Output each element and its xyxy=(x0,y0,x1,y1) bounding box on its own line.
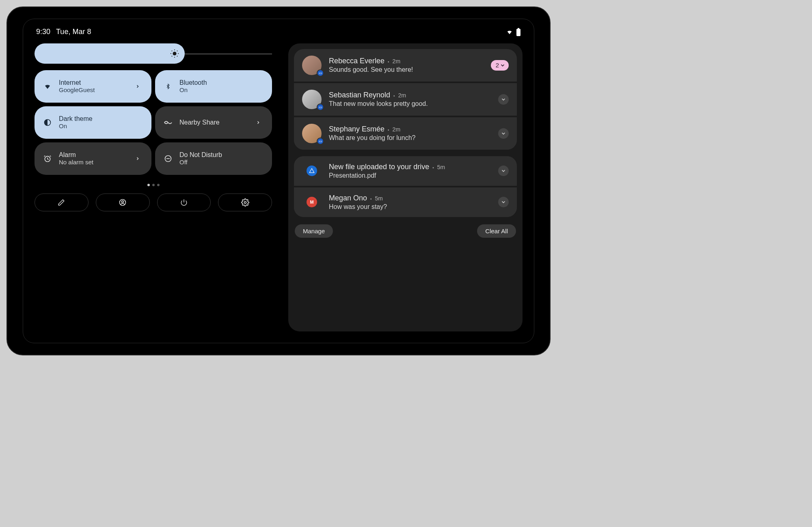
manage-button[interactable]: Manage xyxy=(295,224,333,238)
notification-item[interactable]: M Megan Ono • 5m How was your stay? xyxy=(294,186,517,217)
tile-nearby-share[interactable]: Nearby Share xyxy=(155,106,272,139)
edit-button[interactable] xyxy=(35,194,89,211)
tile-subtitle: On xyxy=(179,86,264,93)
notification-time: 5m xyxy=(375,195,383,202)
tile-title: Internet xyxy=(59,79,129,86)
svg-point-2 xyxy=(173,52,176,55)
svg-line-6 xyxy=(177,56,177,56)
quick-tiles: Internet GoogleGuest Bluetooth xyxy=(35,70,272,175)
svg-line-10 xyxy=(177,50,177,51)
do-not-disturb-icon xyxy=(163,155,173,163)
pager-dot xyxy=(157,184,160,186)
notification-sender: Stephany Esmée xyxy=(329,125,384,133)
notification-message: That new movie looks pretty good. xyxy=(329,100,491,108)
tile-bluetooth[interactable]: Bluetooth On xyxy=(155,70,272,103)
notification-message: Presentation.pdf xyxy=(329,172,491,179)
tile-internet[interactable]: Internet GoogleGuest xyxy=(35,70,151,103)
status-time: 9:30 xyxy=(36,28,50,36)
notification-item[interactable]: ▭ Sebastian Reynold • 2m That new movie … xyxy=(294,82,517,116)
status-date: Tue, Mar 8 xyxy=(56,28,91,36)
nearby-share-icon xyxy=(163,119,173,126)
avatar: ▭ xyxy=(302,90,322,109)
notification-item[interactable]: ▭ Rebecca Everlee • 2m Sounds good. See … xyxy=(294,49,517,82)
notification-group: ▭ Rebecca Everlee • 2m Sounds good. See … xyxy=(294,49,517,150)
tile-title: Nearby Share xyxy=(179,119,249,126)
power-button[interactable] xyxy=(157,194,211,211)
notification-sender: Megan Ono xyxy=(329,194,367,202)
screen: 9:30 Tue, Mar 8 xyxy=(23,19,534,343)
notification-sender: Sebastian Reynold xyxy=(329,91,390,99)
expand-button[interactable] xyxy=(498,128,509,139)
bluetooth-icon xyxy=(163,82,173,91)
avatar: ▭ xyxy=(302,124,322,143)
status-bar: 9:30 Tue, Mar 8 xyxy=(35,25,523,39)
tile-subtitle: GoogleGuest xyxy=(59,86,129,93)
svg-point-16 xyxy=(122,200,124,202)
quick-actions xyxy=(35,194,272,211)
pager-dot xyxy=(152,184,155,186)
notification-title: New file uploaded to your drive xyxy=(329,163,429,171)
notification-item[interactable]: ▭ Stephany Esmée • 2m What are you doing… xyxy=(294,116,517,150)
tile-subtitle: Off xyxy=(179,159,264,166)
notification-item[interactable]: New file uploaded to your drive • 5m Pre… xyxy=(294,156,517,186)
user-button[interactable] xyxy=(96,194,150,211)
clear-all-button[interactable]: Clear All xyxy=(477,224,516,238)
avatar: ▭ xyxy=(302,56,322,75)
quick-settings-panel: Internet GoogleGuest Bluetooth xyxy=(35,43,272,331)
svg-rect-0 xyxy=(516,29,520,36)
gmail-app-icon: M xyxy=(307,197,317,207)
tile-subtitle: No alarm set xyxy=(59,159,129,166)
notification-time: 2m xyxy=(393,58,400,65)
messages-app-icon: ▭ xyxy=(317,69,324,77)
tile-do-not-disturb[interactable]: Do Not Disturb Off xyxy=(155,142,272,175)
brightness-icon xyxy=(170,49,179,58)
tile-title: Do Not Disturb xyxy=(179,151,264,159)
messages-app-icon: ▭ xyxy=(317,138,324,145)
notification-panel: ▭ Rebecca Everlee • 2m Sounds good. See … xyxy=(288,43,523,331)
contrast-icon xyxy=(43,118,52,127)
svg-line-9 xyxy=(172,56,172,56)
notification-message: Sounds good. See you there! xyxy=(329,66,484,73)
notification-group: New file uploaded to your drive • 5m Pre… xyxy=(294,156,517,217)
notification-message: How was your stay? xyxy=(329,203,491,211)
notification-time: 2m xyxy=(398,92,406,99)
alarm-icon xyxy=(43,155,52,163)
tablet-frame: 9:30 Tue, Mar 8 xyxy=(6,6,551,355)
tile-title: Dark theme xyxy=(59,115,143,123)
expand-button[interactable] xyxy=(498,197,509,207)
notification-time: 5m xyxy=(437,164,445,170)
notification-time: 2m xyxy=(393,126,400,133)
chevron-right-icon xyxy=(256,120,264,125)
svg-line-5 xyxy=(172,50,172,51)
tile-title: Bluetooth xyxy=(179,79,264,86)
wifi-icon xyxy=(505,29,514,35)
notification-actions: Manage Clear All xyxy=(294,224,517,239)
tile-dark-theme[interactable]: Dark theme On xyxy=(35,106,151,139)
pager-dots xyxy=(35,184,272,186)
battery-icon xyxy=(516,28,521,36)
messages-app-icon: ▭ xyxy=(317,103,324,111)
drive-app-icon xyxy=(307,166,317,176)
expand-button[interactable] xyxy=(498,166,509,176)
brightness-slider[interactable] xyxy=(35,43,272,64)
pager-dot xyxy=(147,184,150,186)
svg-point-18 xyxy=(244,201,246,203)
tile-alarm[interactable]: Alarm No alarm set xyxy=(35,142,151,175)
tile-subtitle: On xyxy=(59,123,143,129)
notification-message: What are you doing for lunch? xyxy=(329,134,491,142)
wifi-icon xyxy=(43,83,52,90)
notification-count-expand[interactable]: 2 xyxy=(491,60,509,71)
notification-sender: Rebecca Everlee xyxy=(329,57,384,65)
tile-title: Alarm xyxy=(59,151,129,159)
expand-button[interactable] xyxy=(498,94,509,105)
chevron-right-icon xyxy=(135,84,143,89)
svg-rect-1 xyxy=(518,28,519,29)
settings-button[interactable] xyxy=(218,194,272,211)
chevron-right-icon xyxy=(135,156,143,161)
